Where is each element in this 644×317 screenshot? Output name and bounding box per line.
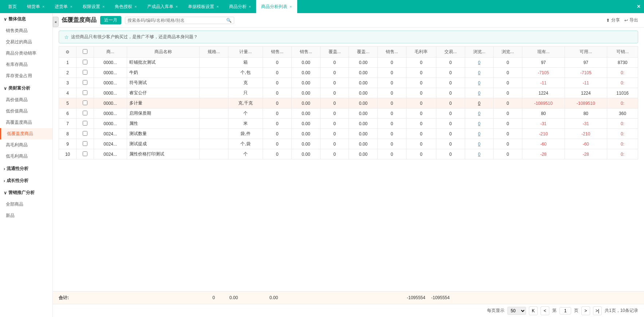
- sidebar-section-growth[interactable]: › 成长性分析: [0, 175, 52, 187]
- row-cover2: 0.00: [349, 119, 378, 129]
- row-stock1: -210: [522, 129, 565, 139]
- row-browse1[interactable]: 0: [465, 98, 494, 108]
- sidebar-item-new-products[interactable]: 新品: [0, 210, 52, 221]
- toggle-icon: ∨: [4, 86, 7, 91]
- per-page-select[interactable]: 50 20 100 200: [507, 307, 526, 315]
- toggle-icon: ›: [4, 178, 5, 183]
- row-checkbox[interactable]: [76, 119, 94, 129]
- sidebar-item-sales-products[interactable]: 销售类商品: [0, 25, 52, 36]
- row-checkbox[interactable]: [76, 68, 94, 78]
- row-browse2: 0: [494, 139, 522, 149]
- row-checkbox[interactable]: [76, 58, 94, 68]
- close-icon[interactable]: ×: [102, 4, 105, 9]
- row-browse1[interactable]: 0: [465, 149, 494, 159]
- export-button[interactable]: ↩ 导出: [624, 17, 638, 23]
- sidebar-item-low-profit[interactable]: 低毛利商品: [0, 151, 52, 162]
- row-browse1[interactable]: 0: [465, 139, 494, 149]
- select-all-checkbox[interactable]: [83, 49, 87, 54]
- sidebar-section-overall[interactable]: ∨ 整体信息: [0, 13, 52, 25]
- row-stock2: 80: [565, 108, 607, 119]
- nav-tab-purchase[interactable]: 进货单 ×: [50, 0, 77, 13]
- row-cover1: 0: [320, 88, 349, 98]
- row-sales3: 0: [378, 119, 407, 129]
- collapse-sidebar-button[interactable]: «: [53, 17, 59, 27]
- share-button[interactable]: ⬆ 分享: [606, 17, 620, 23]
- close-icon[interactable]: ×: [70, 4, 72, 9]
- close-icon[interactable]: ×: [290, 4, 292, 9]
- row-browse1[interactable]: 0: [465, 68, 494, 78]
- col-settings-header[interactable]: ⚙: [59, 47, 76, 58]
- row-checkbox[interactable]: [76, 139, 94, 149]
- close-icon[interactable]: ×: [216, 4, 219, 9]
- row-num: 8: [59, 129, 76, 139]
- sidebar-item-stocked-products[interactable]: 有库存商品: [0, 59, 52, 70]
- row-stock2: -7105: [565, 68, 607, 78]
- row-spec: [199, 88, 228, 98]
- close-all-button[interactable]: ×: [637, 3, 640, 10]
- col-checkbox-header[interactable]: [76, 47, 94, 58]
- sidebar-item-low-value[interactable]: 低价值商品: [0, 106, 52, 117]
- page-number-input[interactable]: [559, 307, 571, 314]
- row-cover2: 0.00: [349, 58, 378, 68]
- row-browse1[interactable]: 0: [465, 108, 494, 119]
- sidebar-item-high-value[interactable]: 高价值商品: [0, 94, 52, 106]
- sidebar-item-high-coverage[interactable]: 高覆盖度商品: [0, 117, 52, 128]
- toggle-icon: ›: [4, 166, 5, 171]
- row-stock2: -1089510: [565, 98, 607, 108]
- row-checkbox[interactable]: [76, 149, 94, 159]
- row-stock1: -31: [522, 119, 565, 129]
- last-page-button[interactable]: >|: [593, 306, 602, 315]
- row-gross: 0: [406, 78, 436, 88]
- sidebar-item-low-coverage[interactable]: 低覆盖度商品: [0, 128, 52, 139]
- row-stock1: 80: [522, 108, 565, 119]
- settings-icon[interactable]: ⚙: [66, 49, 70, 55]
- sidebar-item-high-profit[interactable]: 高毛利商品: [0, 139, 52, 151]
- table-row: 4 0000... 睿宝公仔 只 0 0.00 0 0.00 0 0 0 0 0…: [59, 88, 638, 98]
- row-browse1[interactable]: 0: [465, 78, 494, 88]
- row-checkbox[interactable]: [76, 78, 94, 88]
- nav-tab-product-entry[interactable]: 产成品入库单 ×: [142, 0, 183, 13]
- row-code: 0024...: [94, 149, 127, 159]
- close-icon[interactable]: ×: [42, 4, 44, 9]
- sidebar-section-marketing[interactable]: ∨ 营销推广分析: [0, 187, 52, 199]
- sidebar-item-stock-capital[interactable]: 库存资金占用: [0, 70, 52, 82]
- row-checkbox[interactable]: [76, 108, 94, 119]
- sidebar-section-wealth[interactable]: ∨ 类财富分析: [0, 82, 52, 94]
- row-browse1[interactable]: 0: [465, 88, 494, 98]
- row-checkbox[interactable]: [76, 88, 94, 98]
- row-sales1: 0: [263, 88, 292, 98]
- close-icon[interactable]: ×: [176, 4, 178, 9]
- sidebar-item-category-rate[interactable]: 商品分类动销率: [0, 48, 52, 59]
- row-gross: 0: [406, 139, 436, 149]
- nav-tab-sales[interactable]: 销货单 ×: [22, 0, 50, 13]
- nav-tab-product-analysis[interactable]: 商品分析 ×: [224, 0, 256, 13]
- close-icon[interactable]: ×: [134, 4, 137, 9]
- sidebar-item-traded-products[interactable]: 交易过的商品: [0, 36, 52, 48]
- row-browse1[interactable]: 0: [465, 129, 494, 139]
- nav-tab-template[interactable]: 单据模板设置 ×: [183, 0, 224, 13]
- row-browse1[interactable]: 0: [465, 119, 494, 129]
- first-page-button[interactable]: K: [529, 306, 538, 315]
- row-sales3: 0: [378, 78, 407, 88]
- row-sales2: 0.00: [292, 88, 321, 98]
- row-browse1[interactable]: 0: [465, 58, 494, 68]
- row-trade: 0: [436, 129, 465, 139]
- row-checkbox[interactable]: [76, 129, 94, 139]
- close-icon[interactable]: ×: [249, 4, 251, 9]
- search-input[interactable]: [127, 18, 226, 23]
- nav-tab-role[interactable]: 角色授权 ×: [110, 0, 142, 13]
- nav-tab-permissions[interactable]: 权限设置 ×: [78, 0, 110, 13]
- row-sales2: 0.00: [292, 68, 321, 78]
- next-page-button[interactable]: >: [581, 306, 590, 315]
- sidebar-section-circulation[interactable]: › 流通性分析: [0, 163, 52, 175]
- row-stock3: 0:: [607, 139, 638, 149]
- nav-tab-home[interactable]: 首页: [3, 0, 22, 13]
- sidebar-item-all-products[interactable]: 全部商品: [0, 199, 52, 210]
- search-icon[interactable]: 🔍: [226, 18, 232, 23]
- period-filter-button[interactable]: 近一月: [100, 16, 121, 24]
- col-cover2-header: 覆盖...: [349, 47, 378, 58]
- prev-page-button[interactable]: <: [541, 306, 549, 315]
- row-name: 牛奶: [127, 68, 199, 78]
- row-checkbox[interactable]: [76, 98, 94, 108]
- nav-tab-product-analysis-list[interactable]: 商品分析列表 ×: [256, 0, 297, 13]
